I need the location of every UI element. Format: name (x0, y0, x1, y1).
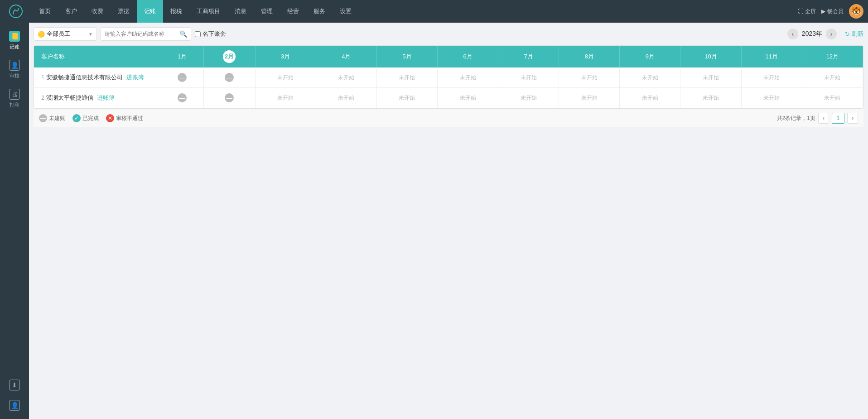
user-avatar[interactable]: 🐯 (849, 4, 863, 19)
search-input[interactable] (105, 31, 179, 37)
nav-invoice[interactable]: 票据 (111, 0, 137, 23)
sidebar-item-audit[interactable]: 👤 审核 (2, 56, 27, 83)
nav-billing[interactable]: 收费 (84, 0, 111, 23)
nav-settings[interactable]: 设置 (333, 0, 359, 23)
legend-not-built: — 未建账 (39, 114, 65, 122)
col-customer: 客户名称 (34, 46, 161, 67)
cell-company: 1安徽畅捷通信息技术有限公司进账簿 (34, 67, 161, 88)
cell-month-8: 未开始 (559, 88, 620, 108)
play-icon: ▶ (821, 8, 825, 14)
sidebar-item-print[interactable]: 🖨 打印 (2, 85, 27, 112)
not-started-status: 未开始 (460, 74, 476, 81)
dash-icon: — (178, 93, 187, 102)
prev-page-button[interactable]: ‹ (818, 113, 829, 124)
row-number: 2 (41, 94, 44, 101)
not-started-status: 未开始 (460, 95, 476, 101)
cell-month-4: 未开始 (316, 67, 376, 88)
my-accounts-checkbox[interactable] (195, 31, 201, 37)
chevron-down-icon: ▼ (88, 32, 93, 37)
refresh-label: 刷新 (852, 30, 863, 38)
cell-month-3: 未开始 (255, 67, 316, 88)
rejected-icon: ✕ (106, 114, 114, 122)
sidebar-item-accounting[interactable]: 📒 记账 (2, 27, 27, 54)
col-nov: 11月 (741, 46, 802, 67)
nav-tax[interactable]: 报税 (163, 0, 189, 23)
prev-year-button[interactable]: ‹ (787, 29, 798, 39)
vip-button[interactable]: ▶ 畅会员 (821, 8, 844, 15)
dash-icon: — (225, 93, 234, 102)
enter-link[interactable]: 进账簿 (97, 94, 115, 101)
dash-icon: — (178, 73, 187, 82)
cell-month-9: 未开始 (620, 88, 680, 108)
my-accounts-checkbox-wrap[interactable]: 名下账套 (195, 30, 226, 38)
nav-manage[interactable]: 管理 (254, 0, 280, 23)
sidebar-item-user[interactable]: 👤 (2, 396, 27, 414)
col-jan: 1月 (161, 46, 203, 67)
not-started-status: 未开始 (521, 95, 537, 101)
nav-customer[interactable]: 客户 (58, 0, 84, 23)
next-page-button[interactable]: › (847, 113, 858, 124)
not-started-status: 未开始 (338, 74, 354, 81)
user-icon: 👤 (9, 400, 20, 411)
col-jun: 6月 (437, 46, 498, 67)
cell-month-2: — (203, 67, 255, 88)
svg-point-0 (10, 5, 22, 18)
refresh-icon: ↻ (845, 31, 850, 38)
nav-message[interactable]: 消息 (227, 0, 254, 23)
not-started-status: 未开始 (824, 74, 840, 81)
cell-month-11: 未开始 (741, 67, 802, 88)
employee-selector[interactable]: 🟡 全部员工 ▼ (34, 27, 97, 41)
cell-month-5: 未开始 (376, 88, 437, 108)
col-jul: 7月 (498, 46, 559, 67)
dash-status: — (225, 73, 234, 82)
cell-month-9: 未开始 (620, 67, 680, 88)
not-started-status: 未开始 (399, 95, 415, 101)
not-started-status: 未开始 (277, 95, 294, 101)
nav-service[interactable]: 服务 (306, 0, 333, 23)
next-year-button[interactable]: › (826, 29, 837, 39)
fullscreen-label: 全屏 (805, 8, 816, 15)
not-built-icon: — (39, 114, 47, 122)
month-highlight-feb: 2月 (223, 50, 236, 63)
dash-status: — (225, 93, 234, 102)
enter-link[interactable]: 进账簿 (126, 74, 144, 81)
col-feb: 2月 (203, 46, 255, 67)
not-started-status: 未开始 (642, 95, 658, 101)
cell-company: 2漠澜太平畅捷通信进账簿 (34, 88, 161, 108)
dash-status: — (178, 93, 187, 102)
legend-completed: ✓ 已完成 (72, 114, 99, 122)
not-started-status: 未开始 (763, 74, 780, 81)
rejected-label: 审核不通过 (116, 115, 143, 122)
not-built-label: 未建账 (49, 115, 65, 122)
refresh-button[interactable]: ↻ 刷新 (845, 30, 863, 38)
main-layout: 📒 记账 👤 审核 🖨 打印 ⬇ 👤 🟡 全部员工 ▼ (0, 23, 868, 419)
nav-accounting[interactable]: 记账 (137, 0, 163, 23)
sidebar-label-accounting: 记账 (10, 43, 19, 50)
search-button[interactable]: 🔍 (179, 30, 187, 38)
table-row: 2漠澜太平畅捷通信进账簿——未开始未开始未开始未开始未开始未开始未开始未开始未开… (34, 88, 863, 108)
nav-home[interactable]: 首页 (32, 0, 58, 23)
current-page: 1 (832, 113, 844, 124)
nav-operation[interactable]: 经营 (280, 0, 306, 23)
dash-status: — (178, 73, 187, 82)
accounts-table-container: 客户名称 1月 2月 3月 4月 5月 6月 7月 8月 9月 10月 11月 (34, 45, 863, 109)
not-started-status: 未开始 (338, 95, 354, 101)
cell-month-12: 未开始 (802, 88, 863, 108)
cell-month-7: 未开始 (498, 67, 559, 88)
fullscreen-button[interactable]: ⛶ 全屏 (798, 8, 816, 15)
footer: — 未建账 ✓ 已完成 ✕ 审核不通过 共2条记录，1页 ‹ 1 › (34, 109, 863, 127)
cell-month-3: 未开始 (255, 88, 316, 108)
employee-icon: 🟡 (38, 31, 45, 38)
nav-business[interactable]: 工商项目 (189, 0, 227, 23)
cell-month-11: 未开始 (741, 88, 802, 108)
sidebar-item-download[interactable]: ⬇ (2, 376, 27, 394)
pagination: 共2条记录，1页 ‹ 1 › (777, 113, 858, 124)
nav-menu: 首页 客户 收费 票据 记账 报税 工商项目 消息 管理 经营 服务 设置 (32, 0, 798, 23)
table-header-row: 客户名称 1月 2月 3月 4月 5月 6月 7月 8月 9月 10月 11月 (34, 46, 863, 67)
download-icon: ⬇ (9, 380, 20, 390)
search-wrap: 🔍 (101, 27, 191, 41)
not-started-status: 未开始 (581, 74, 598, 81)
col-aug: 8月 (559, 46, 620, 67)
cell-month-7: 未开始 (498, 88, 559, 108)
cell-month-5: 未开始 (376, 67, 437, 88)
